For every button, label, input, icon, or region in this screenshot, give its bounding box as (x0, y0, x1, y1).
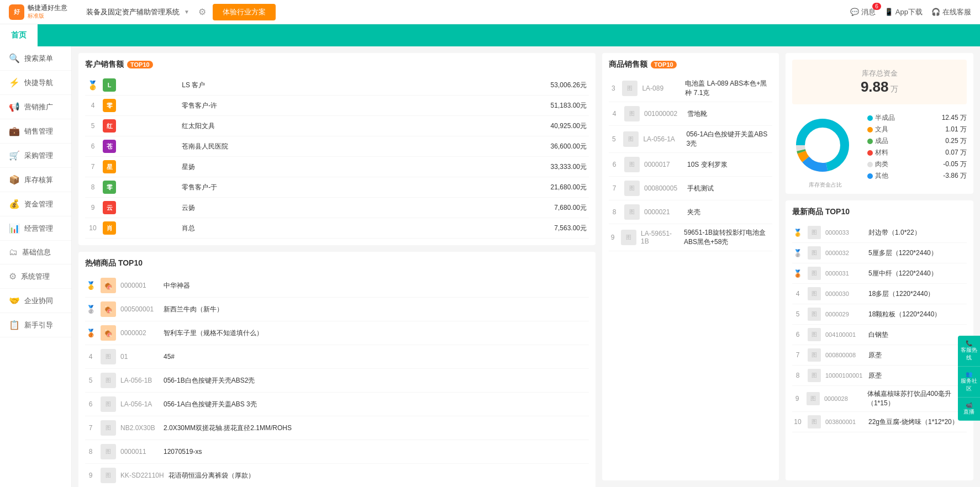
sidebar-label-operations: 经营管理 (24, 224, 53, 234)
sidebar-item-quicknav[interactable]: ⚡ 快捷导航 (0, 71, 71, 95)
np-code: 0000029 (825, 311, 864, 317)
nav-bar: 首页 (0, 24, 980, 46)
sidebar-item-marketing[interactable]: 📢 营销推广 (0, 95, 71, 119)
product-sales-name: 电池盖 LA-089 ABS本色+黑种 7.1克 (685, 79, 772, 98)
legend-value: 0.25 万 (945, 136, 967, 146)
legend-dot (867, 162, 873, 167)
sidebar: 🔍 搜索菜单 ⚡ 快捷导航 📢 营销推广 💼 销售管理 🛒 采购管理 📦 库存核… (0, 46, 72, 487)
trial-button[interactable]: 体验行业方案 (213, 4, 276, 20)
np-code: 004100001 (825, 331, 864, 338)
product-sales-title: 商品销售额 (609, 60, 647, 70)
basicinfo-icon: 🗂 (9, 247, 18, 257)
sidebar-label-search: 搜索菜单 (24, 54, 53, 63)
sales-icon: 💼 (9, 126, 20, 136)
rank-amount: 21,680.00元 (407, 177, 589, 198)
operations-icon: 📊 (9, 223, 20, 234)
inventory-total-label: 库存总资金 (801, 68, 958, 78)
rank-customer-name: 星扬 (180, 157, 407, 177)
donut-chart: 库存资金占比 (792, 115, 858, 181)
messages-item[interactable]: 💬 消息 6 (850, 7, 876, 17)
product-rank-num: 5 (85, 377, 96, 384)
product-sales-image: 图 (624, 106, 640, 121)
np-rank: 🥉 (792, 269, 803, 278)
product-code: 000500001 (120, 305, 159, 313)
rank-amount: 33,333.00元 (407, 157, 589, 177)
sidebar-label-purchase: 采购管理 (24, 151, 53, 161)
sidebar-item-system[interactable]: ⚙ 系统管理 (0, 264, 71, 289)
float-service-live[interactable]: 📹 直播 (958, 398, 980, 421)
legend-dot (867, 115, 873, 121)
system-dropdown-arrow-icon[interactable]: ▼ (184, 9, 189, 15)
product-image: 🍖 (101, 325, 116, 341)
header-right: 💬 消息 6 📱 App下载 🎧 在线客服 (850, 7, 971, 17)
rank-avatar: 云 (103, 201, 116, 214)
np-rank: 4 (792, 290, 803, 298)
hot-product-item: 8 图 0000011 12070519-xs (85, 440, 589, 464)
product-sales-code: LA-59651-1B (641, 230, 679, 245)
hot-product-item: 🥈 🍖 000500001 新西兰牛肉（新牛） (85, 298, 589, 321)
rank-avatar-cell: 零 (101, 96, 180, 116)
headset-icon: 🎧 (931, 8, 940, 16)
product-name: 智利车子里（规格不知道填什么） (164, 329, 263, 338)
online-service-item[interactable]: 🎧 在线客服 (931, 7, 971, 17)
app-download-item[interactable]: 📱 App下载 (884, 7, 923, 17)
search-icon: 🔍 (9, 53, 20, 63)
rank-customer-name: 零售客户-许 (180, 96, 407, 116)
sidebar-item-finance[interactable]: 💰 资金管理 (0, 192, 71, 216)
product-rank-num: 🥇 (85, 281, 96, 290)
legend-dot (867, 127, 873, 133)
np-name: 5厘中纤（1220*2440） (868, 269, 937, 278)
customer-rank-row: 6 苍 苍南县人民医院 36,600.00元 (85, 136, 589, 157)
product-image: 🍖 (101, 301, 116, 317)
customer-rank-row: 10 肖 肖总 7,563.00元 (85, 218, 589, 239)
sidebar-item-guide[interactable]: 📋 新手引导 (0, 313, 71, 337)
product-image: 图 (101, 349, 116, 364)
rank-number: 10 (85, 218, 101, 239)
legend-name: 文具 (875, 125, 945, 134)
inventory-total-amount-row: 9.88 万 (801, 78, 958, 96)
left-column: 客户销售额 TOP10 🥇 L LS 客户 53,006.26元 4 零 零售客… (78, 53, 596, 480)
sidebar-item-search[interactable]: 🔍 搜索菜单 (0, 46, 71, 71)
sidebar-item-purchase[interactable]: 🛒 采购管理 (0, 144, 71, 168)
product-sales-code: 001000002 (644, 110, 683, 118)
product-code: LA-056-1A (120, 400, 159, 408)
rank-number: 8 (85, 177, 101, 198)
rank-avatar-cell: 红 (101, 116, 180, 136)
np-image: 图 (808, 415, 821, 428)
mid-column: 商品销售额 TOP10 3 图 LA-089 电池盖 LA-089 ABS本色+… (602, 53, 779, 480)
hot-product-item: 7 图 NB2.0X30B 2.0X30MM双搓花轴.搓花直径2.1MM/ROH… (85, 416, 589, 440)
sidebar-item-basic-info[interactable]: 🗂 基础信息 (0, 241, 71, 264)
hot-product-item: 🥉 🍖 0000002 智利车子里（规格不知道填什么） (85, 321, 589, 345)
float-service-hotline[interactable]: 📞 客服热线 (958, 336, 980, 367)
np-name: 原垄 (868, 371, 882, 380)
community-label: 服务社区 (960, 377, 978, 393)
new-product-item: 4 图 0000030 18多层（1220*2440） (792, 284, 967, 304)
rank-customer-name: 零售客户-于 (180, 177, 407, 198)
settings-icon[interactable]: ⚙ (198, 7, 206, 17)
np-name: 白钢垫 (868, 330, 888, 340)
product-name: 12070519-xs (164, 448, 202, 456)
float-service-community[interactable]: 👥 服务社区 (958, 367, 980, 398)
nav-tab-home[interactable]: 首页 (0, 24, 38, 46)
community-icon: 👥 (966, 371, 972, 377)
product-sales-name: 59651-1B旋转投影灯电池盒ABS黑色+58壳 (684, 228, 772, 247)
np-rank: 🥈 (792, 249, 803, 257)
product-sales-image: 图 (624, 181, 640, 196)
float-service-panel: 📞 客服热线 👥 服务社区 📹 直播 (958, 336, 980, 421)
hot-product-item: 6 图 LA-056-1A 056-1A白色按键开关盖ABS 3壳 (85, 393, 589, 416)
rank-customer-name: 云扬 (180, 198, 407, 218)
sidebar-item-collab[interactable]: 🤝 企业协同 (0, 289, 71, 313)
legend-item: 文具 1.01 万 (867, 125, 967, 134)
legend-dot (867, 173, 873, 179)
sidebar-item-inventory[interactable]: 📦 库存核算 (0, 168, 71, 192)
np-name: 封边带（1.0*22） (868, 228, 921, 237)
np-image: 图 (808, 226, 821, 239)
system-icon: ⚙ (9, 271, 17, 282)
np-image: 图 (808, 308, 821, 321)
customer-rank-row: 9 云 云扬 7,680.00元 (85, 198, 589, 218)
product-code: LA-056-1B (120, 377, 159, 384)
product-sales-rank: 3 (609, 84, 618, 92)
sidebar-label-quicknav: 快捷导航 (24, 78, 53, 88)
sidebar-item-sales[interactable]: 💼 销售管理 (0, 119, 71, 144)
sidebar-item-operations[interactable]: 📊 经营管理 (0, 216, 71, 241)
